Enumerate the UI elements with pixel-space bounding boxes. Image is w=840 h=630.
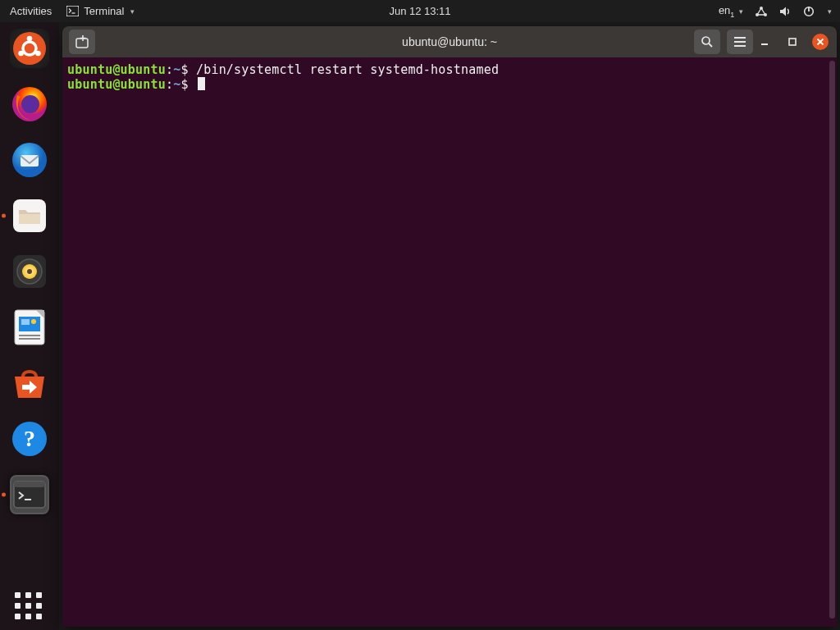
prompt-user: ubuntu@ubuntu <box>67 77 166 92</box>
input-source-indicator[interactable]: en1 ▾ <box>719 4 743 19</box>
svg-point-2 <box>760 7 763 10</box>
rhythmbox-icon <box>11 253 48 290</box>
libreoffice-writer-icon <box>11 308 48 346</box>
terminal-line: ubuntu@ubuntu:~$ <box>67 77 832 92</box>
system-menu-chevron-icon[interactable]: ▾ <box>828 7 832 16</box>
svg-point-14 <box>12 143 47 177</box>
command-text: /bin/systemctl restart systemd-hostnamed <box>196 62 499 77</box>
svg-point-20 <box>22 264 37 279</box>
terminal-icon <box>13 481 46 509</box>
svg-point-8 <box>23 42 36 55</box>
svg-rect-31 <box>14 482 45 487</box>
window-titlebar[interactable]: ubuntu@ubuntu: ~ <box>62 26 837 57</box>
svg-point-25 <box>31 319 36 324</box>
prompt-symbol: $ <box>180 62 188 77</box>
svg-point-4 <box>764 13 767 16</box>
svg-point-36 <box>702 37 710 44</box>
dock-item-terminal[interactable] <box>10 475 49 514</box>
search-icon <box>701 35 714 48</box>
svg-point-9 <box>27 36 33 42</box>
svg-rect-0 <box>66 6 79 16</box>
svg-point-19 <box>17 259 42 284</box>
close-button[interactable] <box>812 34 829 50</box>
dock-item-thunderbird[interactable] <box>10 140 49 180</box>
terminal-scrollbar[interactable] <box>829 61 835 619</box>
svg-rect-33 <box>76 39 88 48</box>
svg-rect-17 <box>19 214 40 224</box>
svg-rect-15 <box>21 155 39 167</box>
svg-point-12 <box>12 87 47 121</box>
app-menu[interactable]: Terminal ▾ <box>66 5 135 17</box>
svg-rect-30 <box>14 482 45 508</box>
dock-item-ubuntu[interactable] <box>10 29 49 68</box>
volume-icon[interactable] <box>779 6 792 17</box>
app-menu-label: Terminal <box>84 5 124 17</box>
svg-rect-42 <box>789 39 796 45</box>
minimize-button[interactable] <box>756 34 773 50</box>
search-button[interactable] <box>694 30 720 54</box>
close-icon <box>815 37 825 47</box>
svg-point-7 <box>13 32 46 65</box>
svg-rect-24 <box>21 319 30 325</box>
prompt-user: ubuntu@ubuntu <box>67 62 166 77</box>
new-tab-button[interactable] <box>69 30 95 54</box>
dock-item-writer[interactable] <box>10 308 49 347</box>
top-bar: Activities Terminal ▾ Jun 12 13:11 en1 ▾… <box>0 0 840 22</box>
svg-text:?: ? <box>24 426 35 451</box>
show-applications-button[interactable] <box>15 592 43 620</box>
svg-rect-22 <box>15 310 44 345</box>
firefox-icon <box>11 85 48 123</box>
launcher-dock: ? <box>0 22 59 630</box>
help-icon: ? <box>11 420 48 458</box>
dock-item-files[interactable] <box>10 196 49 235</box>
window-title: ubuntu@ubuntu: ~ <box>402 35 497 48</box>
hamburger-icon <box>733 36 746 48</box>
clock[interactable]: Jun 12 13:11 <box>389 5 450 17</box>
hamburger-menu-button[interactable] <box>727 30 753 54</box>
running-indicator-icon <box>2 493 6 497</box>
activities-button[interactable]: Activities <box>10 5 52 17</box>
chevron-down-icon: ▾ <box>130 7 135 16</box>
minimize-icon <box>760 37 769 47</box>
new-tab-icon <box>75 35 89 48</box>
maximize-icon <box>788 37 797 47</box>
dock-item-help[interactable]: ? <box>10 419 49 459</box>
cursor <box>198 77 205 90</box>
svg-point-28 <box>12 422 47 456</box>
terminal-icon <box>66 6 79 16</box>
svg-line-44 <box>818 39 824 45</box>
maximize-button[interactable] <box>784 34 801 50</box>
svg-rect-23 <box>19 317 40 331</box>
terminal-window: ubuntu@ubuntu: ~ ubuntu@ubuntu:~$ /bin/s… <box>62 26 837 627</box>
input-source-label: en <box>719 4 730 16</box>
svg-point-21 <box>27 269 32 274</box>
ubuntu-software-icon <box>11 365 48 401</box>
svg-line-37 <box>709 43 712 47</box>
svg-rect-16 <box>13 199 46 232</box>
prompt-symbol: $ <box>180 77 188 92</box>
network-icon[interactable] <box>755 6 768 17</box>
running-indicator-icon <box>2 214 6 218</box>
terminal-body[interactable]: ubuntu@ubuntu:~$ /bin/systemctl restart … <box>62 57 837 627</box>
terminal-line: ubuntu@ubuntu:~$ /bin/systemctl restart … <box>67 62 832 77</box>
svg-point-5 <box>805 7 814 16</box>
files-icon <box>11 197 48 235</box>
svg-point-11 <box>35 51 41 57</box>
svg-line-43 <box>818 39 824 45</box>
dock-item-firefox[interactable] <box>10 84 49 124</box>
svg-point-3 <box>756 13 759 16</box>
power-icon[interactable] <box>803 6 815 17</box>
svg-point-10 <box>18 51 24 57</box>
dock-item-rhythmbox[interactable] <box>10 252 49 291</box>
thunderbird-icon <box>11 141 48 179</box>
svg-rect-18 <box>13 255 46 288</box>
svg-point-13 <box>21 95 39 113</box>
chevron-down-icon: ▾ <box>739 7 743 16</box>
dock-item-software[interactable] <box>10 363 49 403</box>
ubuntu-icon <box>11 30 48 66</box>
